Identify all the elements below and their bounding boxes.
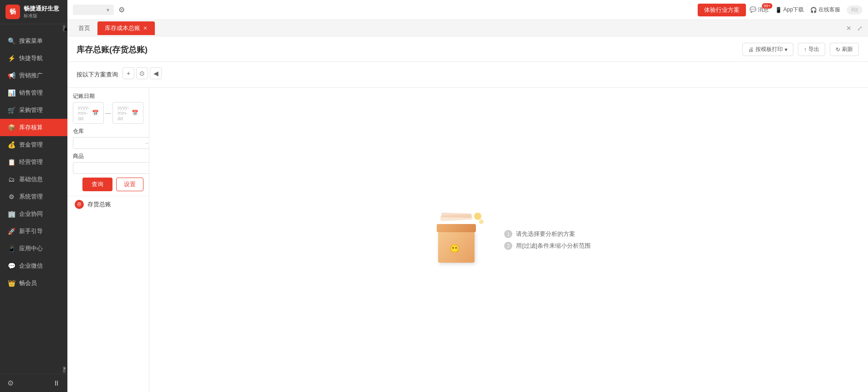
sidebar-item-membership[interactable]: 👑 畅会员 (0, 275, 67, 292)
calendar-to-icon[interactable]: 📅 (132, 110, 138, 116)
filter-collapse-btn[interactable]: ◀ (150, 67, 162, 79)
sidebar-nav: 🔍 搜索菜单 ⚡ 快捷导航 📢 营销推广 📊 销售管理 🛒 采购管理 📦 库存核… (0, 32, 67, 366)
sidebar-item-base-info[interactable]: 🗂 基础信息 (0, 171, 67, 188)
onboarding-icon: 🚀 (7, 228, 15, 235)
user-avatar-btn[interactable]: Rit (847, 5, 863, 15)
empty-tip-1: 1 请先选择要分析的方案 (504, 230, 590, 238)
warehouse-more-btn[interactable]: ··· (145, 140, 149, 146)
finance-icon: 💰 (7, 141, 15, 148)
export-icon: ↑ (804, 46, 807, 53)
sidebar-item-app-center[interactable]: 📱 应用中心 (0, 240, 67, 257)
sidebar-item-purchase[interactable]: 🛒 采购管理 (0, 102, 67, 119)
calendar-from-icon[interactable]: 📅 (92, 110, 99, 116)
settings-footer-btn[interactable]: ⚙ (7, 379, 14, 387)
sales-icon: 📊 (7, 89, 15, 97)
wechat-icon: 💬 (7, 262, 15, 270)
sidebar-logo: 畅 畅捷通好生意 标准版 (0, 0, 67, 24)
goods-field-label: 商品 (73, 153, 143, 160)
message-icon: 💬 (750, 6, 756, 13)
app-download-btn[interactable]: 📱 App下载 (775, 6, 804, 14)
breadcrumb-dropdown-icon[interactable]: ▾ (107, 7, 109, 13)
filter-area: 按以下方案查询 + ⊙ ◀ (67, 62, 868, 88)
settings-gear-btn[interactable]: ⚙ (118, 5, 125, 14)
date-input-group: yyyy-mm-dd 📅 — yyyy-mm-dd 📅 (73, 102, 143, 124)
print-template-btn[interactable]: 🖨 按模板打印 ▾ (742, 43, 793, 56)
enterprise-icon: 🏢 (7, 210, 15, 218)
sidebar-scroll-down[interactable]: ▼ (63, 367, 66, 373)
breadcrumb-text (77, 6, 105, 14)
sidebar-item-finance[interactable]: 💰 资金管理 (0, 136, 67, 153)
empty-tip-2: 2 用[过滤]条件来缩小分析范围 (504, 242, 590, 250)
sidebar-scroll-up[interactable]: ▲ (63, 25, 66, 31)
scheme-item-icon: 存 (75, 200, 84, 209)
search-icon: 🔍 (7, 37, 15, 45)
tab-close-panel-btn[interactable]: ✕ (844, 23, 853, 34)
collapse-sidebar-btn[interactable]: ⏸ (53, 379, 60, 387)
phone-icon: 📱 (775, 7, 782, 13)
warehouse-field-label: 仓库 (73, 127, 143, 135)
content-area: 库存总账(存货总账) 🖨 按模板打印 ▾ ↑ 导出 ↻ 刷新 按以下方案查询 (67, 36, 868, 392)
query-row: 记账日期 yyyy-mm-dd 📅 — yyyy-mm-dd 📅 (67, 88, 149, 196)
sidebar-item-wechat[interactable]: 💬 企业微信 (0, 257, 67, 275)
query-btn[interactable]: 查询 (82, 178, 112, 191)
filter-add-btns: + ⊙ ◀ (123, 67, 162, 79)
right-content: 😶 1 请先选择要分析的方案 (149, 88, 868, 392)
scheme-sidebar: 记账日期 yyyy-mm-dd 📅 — yyyy-mm-dd 📅 (67, 88, 149, 392)
print-icon: 🖨 (748, 46, 754, 53)
online-service-btn[interactable]: 🎧 在线客服 (810, 6, 840, 14)
sidebar-item-search[interactable]: 🔍 搜索菜单 (0, 32, 67, 50)
inventory-icon: 📦 (7, 124, 15, 131)
purchase-icon: 🛒 (7, 107, 15, 114)
sidebar-item-system[interactable]: ⚙ 系统管理 (0, 188, 67, 205)
date-from-input[interactable]: yyyy-mm-dd 📅 (73, 102, 104, 124)
main-area: ▾ ⚙ 体验行业方案 💬 消息 99+ 📱 App下载 🎧 在线客服 Rit (67, 0, 868, 392)
main-content: 记账日期 yyyy-mm-dd 📅 — yyyy-mm-dd 📅 (67, 88, 868, 392)
messages-badge[interactable]: 💬 消息 99+ (750, 6, 769, 14)
query-action-btns: 查询 设置 (73, 178, 143, 191)
sidebar-item-operations[interactable]: 📋 经营管理 (0, 153, 67, 171)
refresh-icon: ↻ (836, 46, 840, 53)
system-icon: ⚙ (7, 193, 15, 200)
app-logo-icon: 畅 (5, 5, 20, 19)
warehouse-input[interactable]: ··· (73, 137, 149, 149)
date-field-label: 记账日期 (73, 92, 143, 100)
export-btn[interactable]: ↑ 导出 (798, 43, 825, 56)
refresh-btn[interactable]: ↻ 刷新 (830, 43, 859, 56)
operations-icon: 📋 (7, 158, 15, 166)
tab-home[interactable]: 首页 (71, 21, 97, 35)
tab-close-btn[interactable]: ✕ (143, 25, 148, 31)
box-face-icon: 😶 (449, 244, 460, 254)
page-title: 库存总账(存货总账) (77, 44, 148, 61)
message-count-badge: 99+ (762, 3, 772, 9)
marketing-icon: 📢 (7, 72, 15, 79)
industry-solution-btn[interactable]: 体验行业方案 (698, 4, 746, 16)
date-to-input[interactable]: yyyy-mm-dd 📅 (112, 102, 143, 124)
sidebar-item-sales[interactable]: 📊 销售管理 (0, 84, 67, 102)
scheme-item-inventory[interactable]: 存 存货总账 (67, 196, 149, 213)
sidebar-item-enterprise[interactable]: 🏢 企业协同 (0, 205, 67, 223)
tabbar: 首页 库存成本总账 ✕ ✕ ⤢ (67, 20, 868, 36)
membership-icon: 👑 (7, 280, 15, 287)
empty-content: 😶 1 请先选择要分析的方案 (427, 210, 590, 270)
sidebar-item-marketing[interactable]: 📢 营销推广 (0, 67, 67, 84)
scheme-item-label: 存货总账 (87, 200, 111, 209)
tab-inventory-cost[interactable]: 库存成本总账 ✕ (97, 21, 155, 35)
empty-tips: 1 请先选择要分析的方案 2 用[过滤]条件来缩小分析范围 (504, 230, 590, 250)
filter-settings-btn[interactable]: ⊙ (136, 67, 148, 79)
filter-add-btn[interactable]: + (123, 67, 134, 79)
app-logo-text: 畅捷通好生意 标准版 (24, 5, 59, 19)
topbar: ▾ ⚙ 体验行业方案 💬 消息 99+ 📱 App下载 🎧 在线客服 Rit (67, 0, 868, 20)
goods-input[interactable]: ··· (73, 162, 149, 174)
empty-illustration: 😶 (427, 210, 486, 270)
sidebar-item-onboarding[interactable]: 🚀 新手引导 (0, 223, 67, 240)
breadcrumb-path[interactable]: ▾ (73, 5, 114, 15)
settings-field-btn[interactable]: 设置 (116, 178, 143, 191)
print-dropdown-icon: ▾ (785, 46, 787, 53)
sidebar-item-inventory[interactable]: 📦 库存核算 (0, 119, 67, 136)
headset-icon: 🎧 (810, 7, 817, 13)
quick-nav-icon: ⚡ (7, 55, 15, 62)
tab-expand-btn[interactable]: ⤢ (855, 23, 864, 34)
sidebar-item-quick-nav[interactable]: ⚡ 快捷导航 (0, 50, 67, 67)
topbar-breadcrumb: ▾ ⚙ (73, 5, 694, 15)
sidebar-footer: ⚙ ⏸ (0, 374, 67, 392)
